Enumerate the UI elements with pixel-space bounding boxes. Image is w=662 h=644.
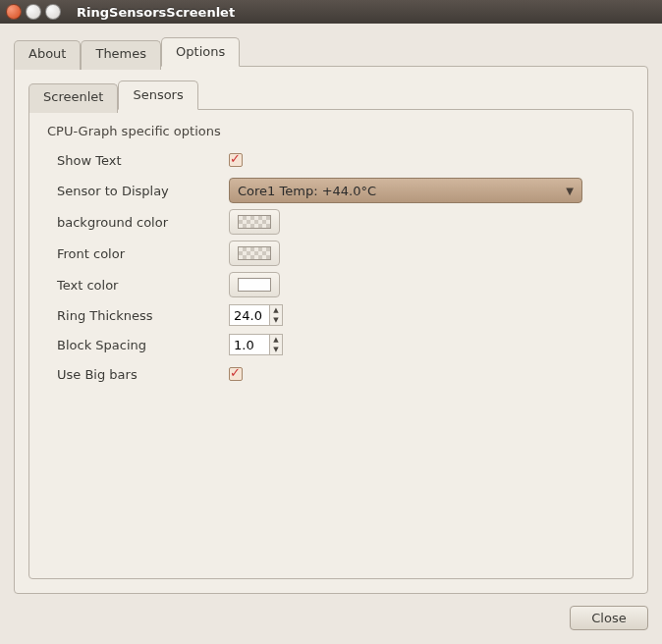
row-block-spacing: Block Spacing ▲ ▼ bbox=[47, 333, 615, 356]
sub-tabs: Screenlet Sensors bbox=[28, 80, 634, 110]
row-sensor-to-display: Sensor to Display Core1 Temp: +44.0°C ▼ bbox=[47, 178, 615, 203]
close-button[interactable]: Close bbox=[570, 606, 648, 630]
row-show-text: Show Text bbox=[47, 148, 615, 172]
spin-up-icon[interactable]: ▲ bbox=[270, 335, 282, 345]
spin-up-icon[interactable]: ▲ bbox=[270, 305, 282, 315]
spinner-ring-thickness: ▲ ▼ bbox=[229, 304, 283, 326]
label-use-big-bars: Use Big bars bbox=[47, 367, 229, 382]
chevron-down-icon: ▼ bbox=[566, 186, 574, 196]
label-block-spacing: Block Spacing bbox=[47, 338, 229, 352]
spin-down-icon[interactable]: ▼ bbox=[270, 315, 282, 325]
dropdown-sensor-value: Core1 Temp: +44.0°C bbox=[238, 184, 376, 198]
tab-options[interactable]: Options bbox=[161, 37, 240, 67]
dropdown-sensor[interactable]: Core1 Temp: +44.0°C ▼ bbox=[229, 178, 582, 203]
swatch-text bbox=[238, 278, 271, 292]
window-minimize-icon[interactable] bbox=[26, 4, 41, 20]
section-title: CPU-Graph specific options bbox=[47, 124, 615, 138]
tab-about[interactable]: About bbox=[14, 40, 81, 70]
spinner-buttons: ▲ ▼ bbox=[270, 304, 283, 326]
label-front-color: Front color bbox=[47, 246, 229, 261]
tab-themes[interactable]: Themes bbox=[81, 40, 161, 70]
colorpicker-text[interactable] bbox=[229, 272, 280, 297]
subtab-screenlet[interactable]: Screenlet bbox=[28, 83, 118, 113]
window-body: About Themes Options Screenlet Sensors C… bbox=[0, 24, 662, 644]
titlebar: RingSensorsScreenlet bbox=[0, 0, 662, 24]
row-front-color: Front color bbox=[47, 241, 615, 266]
checkbox-show-text[interactable] bbox=[229, 153, 243, 167]
window-close-icon[interactable] bbox=[6, 4, 22, 20]
options-pane: Screenlet Sensors CPU-Graph specific opt… bbox=[14, 66, 648, 594]
row-use-big-bars: Use Big bars bbox=[47, 362, 615, 386]
label-show-text: Show Text bbox=[47, 153, 229, 168]
sensors-pane: CPU-Graph specific options Show Text Sen… bbox=[28, 109, 634, 579]
label-sensor-to-display: Sensor to Display bbox=[47, 184, 229, 198]
colorpicker-front[interactable] bbox=[229, 241, 280, 266]
swatch-background bbox=[238, 215, 271, 229]
label-background-color: background color bbox=[47, 215, 229, 230]
spinner-buttons: ▲ ▼ bbox=[270, 334, 283, 355]
spinner-block-spacing: ▲ ▼ bbox=[229, 334, 283, 355]
dialog-footer: Close bbox=[14, 594, 648, 630]
subtab-sensors[interactable]: Sensors bbox=[118, 80, 197, 110]
main-tabs: About Themes Options bbox=[14, 37, 648, 67]
window-title: RingSensorsScreenlet bbox=[77, 5, 235, 20]
checkbox-use-big-bars[interactable] bbox=[229, 367, 243, 381]
row-background-color: background color bbox=[47, 209, 615, 235]
label-text-color: Text color bbox=[47, 278, 229, 293]
window-maximize-icon[interactable] bbox=[45, 4, 61, 20]
swatch-front bbox=[238, 246, 271, 260]
colorpicker-background[interactable] bbox=[229, 209, 280, 235]
spin-down-icon[interactable]: ▼ bbox=[270, 345, 282, 354]
row-ring-thickness: Ring Thickness ▲ ▼ bbox=[47, 303, 615, 327]
row-text-color: Text color bbox=[47, 272, 615, 297]
label-ring-thickness: Ring Thickness bbox=[47, 308, 229, 323]
input-ring-thickness[interactable] bbox=[229, 304, 270, 326]
input-block-spacing[interactable] bbox=[229, 334, 270, 355]
